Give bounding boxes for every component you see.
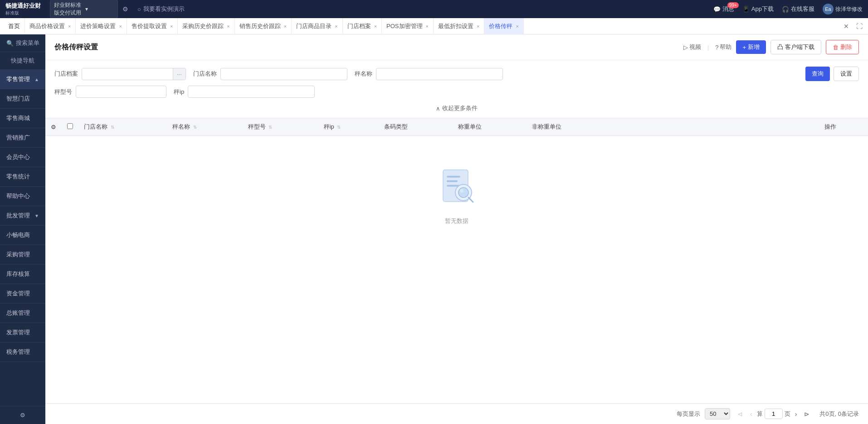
column-settings-icon[interactable]: ⚙ <box>51 124 56 130</box>
topbar-settings-button[interactable]: ⚙ <box>122 5 128 13</box>
last-page-button[interactable]: ⊳ <box>801 409 812 419</box>
filter-row-1: 门店档案 ··· 门店名称 秤名称 查询 <box>54 67 859 81</box>
tab-close-6[interactable]: × <box>335 24 337 29</box>
online-service-item[interactable]: 🎧 在线客服 <box>782 5 814 13</box>
sidebar-item-11[interactable]: 资金管理 <box>0 284 45 304</box>
sidebar-settings[interactable]: ⚙ <box>0 406 45 424</box>
notifications-item[interactable]: 💬 消息 99+ <box>713 5 734 13</box>
tab-item-0[interactable]: 首页 <box>4 18 25 34</box>
tab-item-1[interactable]: 商品价格设置× <box>25 18 76 34</box>
per-page-select[interactable]: 50 10 20 100 <box>705 408 730 419</box>
tab-close-7[interactable]: × <box>374 24 377 29</box>
add-button[interactable]: + 新增 <box>736 40 766 54</box>
scale-ip-input[interactable] <box>188 86 315 98</box>
sidebar-item-0[interactable]: 零售管理▲ <box>0 70 45 89</box>
sidebar-item-3[interactable]: 营销推广 <box>0 128 45 148</box>
store-name-label: 门店名称 <box>193 70 217 78</box>
store-archive-input[interactable] <box>82 68 173 80</box>
demo-button[interactable]: ○ 我要看实例演示 <box>137 5 185 13</box>
user-item[interactable]: Ea 徐泽华修改 <box>823 4 863 14</box>
sidebar-label-13: 发票管理 <box>6 328 30 337</box>
tab-close-1[interactable]: × <box>68 24 71 29</box>
delete-button[interactable]: 🗑 删除 <box>826 40 859 54</box>
sidebar-label-11: 资金管理 <box>6 289 30 298</box>
sidebar-label-2: 零售商城 <box>6 114 30 122</box>
next-page-button[interactable]: › <box>792 409 800 419</box>
sidebar-item-13[interactable]: 发票管理 <box>0 323 45 342</box>
query-button[interactable]: 查询 <box>805 67 830 81</box>
sidebar-item-14[interactable]: 税务管理 <box>0 342 45 362</box>
add-icon: + <box>742 44 746 51</box>
tab-close-10[interactable]: × <box>516 24 518 29</box>
store-name-input[interactable] <box>220 68 347 80</box>
video-link[interactable]: ▷ 视频 <box>683 43 701 51</box>
tab-close-8[interactable]: × <box>426 24 429 29</box>
tab-label: POS加密管理 <box>386 22 422 30</box>
sidebar-item-9[interactable]: 采购管理 <box>0 245 45 265</box>
help-link[interactable]: ? 帮助 <box>715 43 731 51</box>
version-select[interactable]: 好业财标准版交付试用 ▾ <box>50 0 118 19</box>
svg-rect-1 <box>447 176 460 178</box>
tab-item-3[interactable]: 售价提取设置× <box>127 18 178 34</box>
th-checkbox[interactable] <box>62 118 78 136</box>
tab-close-2[interactable]: × <box>119 24 122 29</box>
tab-item-10[interactable]: 价格传秤× <box>484 18 523 34</box>
th-scale-ip: 秤ip ⇅ <box>318 118 379 136</box>
first-page-button[interactable]: ⊲ <box>735 409 746 419</box>
sort-icon-2[interactable]: ⇅ <box>193 125 197 130</box>
sidebar-item-6[interactable]: 帮助中心 <box>0 187 45 206</box>
sort-icon[interactable]: ⇅ <box>111 125 114 130</box>
sidebar-item-8[interactable]: 小畅电商 <box>0 226 45 245</box>
sidebar-search[interactable]: 🔍 搜索菜单 <box>0 34 45 52</box>
sort-icon-3[interactable]: ⇅ <box>268 125 272 130</box>
collapse-button[interactable]: ∧ 收起更多条件 <box>54 102 859 114</box>
scale-name-input[interactable] <box>376 68 503 80</box>
tab-label: 最低折扣设置 <box>438 22 473 30</box>
scale-model-input[interactable] <box>76 86 166 98</box>
sidebar-item-12[interactable]: 总账管理 <box>0 304 45 323</box>
download-button[interactable]: 凸 客户端下载 <box>770 40 821 54</box>
sidebar-label-6: 帮助中心 <box>6 192 30 200</box>
sidebar-item-5[interactable]: 零售统计 <box>0 167 45 187</box>
tab-item-7[interactable]: 门店档案× <box>343 18 382 34</box>
close-tab-button[interactable]: ✕ <box>842 21 851 32</box>
sidebar-quick-nav[interactable]: 快捷导航 <box>0 52 45 70</box>
sidebar-item-1[interactable]: 智慧门店 <box>0 89 45 109</box>
page-number-input[interactable] <box>765 409 783 419</box>
select-all-checkbox[interactable] <box>67 123 73 129</box>
settings-button[interactable]: 设置 <box>834 67 859 81</box>
sidebar-arrow-7: ▼ <box>34 213 39 218</box>
sidebar-item-10[interactable]: 库存核算 <box>0 265 45 284</box>
sidebar-item-7[interactable]: 批发管理▼ <box>0 206 45 226</box>
tab-item-6[interactable]: 门店商品目录× <box>292 18 342 34</box>
bell-icon: 💬 <box>713 6 721 13</box>
page-label: 算 <box>757 410 763 418</box>
maximize-tab-button[interactable]: ⛶ <box>854 21 864 32</box>
app-download-item[interactable]: 📱 App下载 <box>742 5 774 13</box>
barcode-type-col-label: 条码类型 <box>384 123 408 130</box>
top-bar: 畅捷通好业财 标准版 好业财标准版交付试用 ▾ ⚙ ○ 我要看实例演示 💬 消息… <box>0 0 868 18</box>
store-archive-picker-button[interactable]: ··· <box>173 68 185 80</box>
sidebar-item-4[interactable]: 会员中心 <box>0 148 45 167</box>
tab-item-5[interactable]: 销售历史价跟踪× <box>235 18 292 34</box>
tab-item-8[interactable]: POS加密管理× <box>382 18 434 34</box>
th-settings[interactable]: ⚙ <box>45 118 62 136</box>
sidebar-item-2[interactable]: 零售商城 <box>0 109 45 128</box>
version-label: 好业财标准版交付试用 <box>54 1 83 17</box>
prev-page-button[interactable]: ‹ <box>747 409 755 419</box>
empty-state: 暂无数据 <box>45 136 868 252</box>
chevron-down-icon: ▾ <box>85 6 114 12</box>
sidebar-label-4: 会员中心 <box>6 153 30 161</box>
tab-close-4[interactable]: × <box>227 24 229 29</box>
sort-icon-4[interactable]: ⇅ <box>337 125 341 130</box>
tab-item-9[interactable]: 最低折扣设置× <box>434 18 484 34</box>
tab-item-2[interactable]: 进价策略设置× <box>76 18 127 34</box>
user-name: 徐泽华修改 <box>835 5 863 13</box>
tab-close-9[interactable]: × <box>477 24 479 29</box>
tab-item-4[interactable]: 采购历史价跟踪× <box>178 18 234 34</box>
headset-icon: 🎧 <box>782 6 789 13</box>
empty-text: 暂无数据 <box>445 217 468 225</box>
tab-bar: 首页商品价格设置×进价策略设置×售价提取设置×采购历史价跟踪×销售历史价跟踪×门… <box>0 18 868 34</box>
tab-close-3[interactable]: × <box>170 24 173 29</box>
tab-close-5[interactable]: × <box>284 24 287 29</box>
